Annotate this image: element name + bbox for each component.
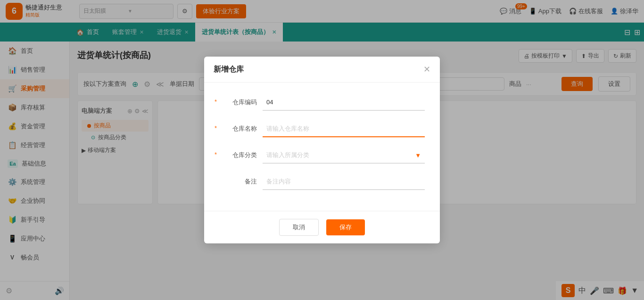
warehouse-category-row: 仓库分类 请输入所属分类 ▼ [219,147,425,164]
warehouse-name-row: 仓库名称 [219,120,425,137]
warehouse-code-row: 仓库编码 [219,94,425,111]
warehouse-category-select[interactable]: 请输入所属分类 [263,147,425,164]
add-warehouse-modal: 新增仓库 ✕ 仓库编码 仓库名称 仓库分类 请输入所属分类 ▼ [204,57,440,243]
warehouse-code-label: 仓库编码 [219,98,257,107]
save-button[interactable]: 保存 [326,219,365,235]
modal-header: 新增仓库 ✕ [204,57,440,83]
note-row: 备注 [219,173,425,190]
warehouse-name-input[interactable] [263,120,425,137]
warehouse-category-select-wrap: 请输入所属分类 ▼ [263,147,425,164]
note-input[interactable] [263,173,425,190]
modal-close-button[interactable]: ✕ [423,64,430,75]
cancel-button[interactable]: 取消 [279,219,319,236]
modal-backdrop: 新增仓库 ✕ 仓库编码 仓库名称 仓库分类 请输入所属分类 ▼ [0,0,644,300]
warehouse-name-label: 仓库名称 [219,125,257,133]
warehouse-category-label: 仓库分类 [219,151,257,159]
modal-body: 仓库编码 仓库名称 仓库分类 请输入所属分类 ▼ 备注 [204,83,440,211]
warehouse-code-input[interactable] [263,94,425,111]
modal-title: 新增仓库 [214,65,244,75]
note-label: 备注 [219,177,257,186]
modal-footer: 取消 保存 [204,211,440,243]
